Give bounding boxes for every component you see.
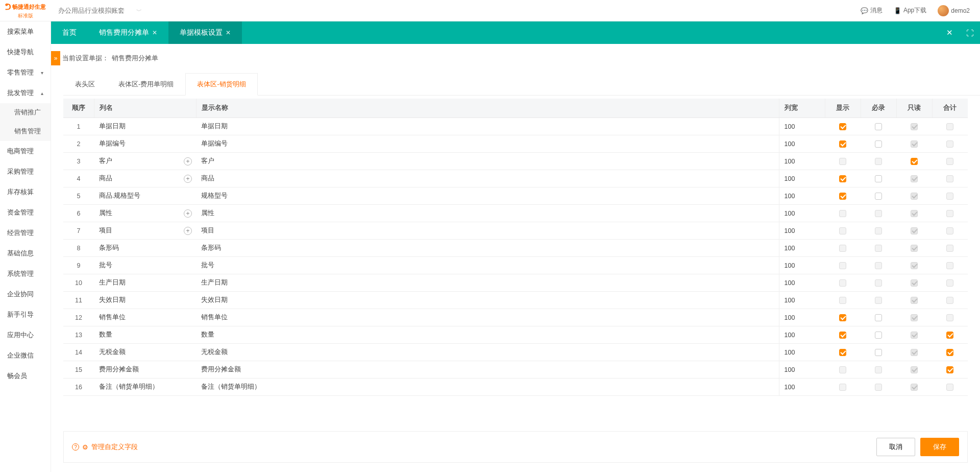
cell-display-name[interactable]: 规格型号 <box>196 187 779 205</box>
sidebar-item[interactable]: 搜索菜单 <box>0 21 51 42</box>
cell-width[interactable]: 100 <box>779 257 825 274</box>
cell-display-name[interactable]: 生产日期 <box>196 274 779 292</box>
org-selector[interactable]: 办公用品行业模拟账套﹀ <box>58 6 142 15</box>
checkbox[interactable] <box>839 123 846 130</box>
cell-show <box>825 309 861 326</box>
checkbox[interactable] <box>875 193 882 200</box>
cell-index: 1 <box>63 118 94 135</box>
cell-width[interactable]: 100 <box>779 153 825 170</box>
sidebar-item[interactable]: 电商管理 <box>0 141 51 161</box>
cell-width[interactable]: 100 <box>779 187 825 205</box>
checkbox[interactable] <box>875 123 882 130</box>
expand-button[interactable]: + <box>184 227 192 235</box>
cell-width[interactable]: 100 <box>779 292 825 309</box>
cell-display-name[interactable]: 备注（销货单明细） <box>196 379 779 396</box>
cell-display-name[interactable]: 销售单位 <box>196 309 779 326</box>
fullscreen-button[interactable]: ⛶ <box>960 21 980 44</box>
tab[interactable]: 首页 <box>51 21 88 44</box>
sidebar-subitem[interactable]: 销售管理 <box>0 122 51 141</box>
checkbox[interactable] <box>839 349 846 356</box>
cell-width[interactable]: 100 <box>779 222 825 240</box>
checkbox[interactable] <box>875 175 882 182</box>
cell-display-name[interactable]: 项目 <box>196 222 779 240</box>
sidebar-item[interactable]: 零售管理▾ <box>0 62 51 83</box>
cancel-button[interactable]: 取消 <box>876 438 915 456</box>
cell-display-name[interactable]: 商品 <box>196 170 779 187</box>
tab-close-icon[interactable]: ✕ <box>226 29 231 36</box>
cell-width[interactable]: 100 <box>779 379 825 396</box>
cell-sum <box>932 222 968 240</box>
top-actions: 💬消息 📱App下载 demo2 <box>861 5 970 16</box>
cell-display-name[interactable]: 条形码 <box>196 240 779 257</box>
checkbox[interactable] <box>839 332 846 339</box>
sidebar-item[interactable]: 企业微信 <box>0 345 51 366</box>
expand-button[interactable]: + <box>184 157 192 166</box>
cell-width[interactable]: 100 <box>779 170 825 187</box>
cell-readonly <box>896 274 932 292</box>
cell-display-name[interactable]: 无税金额 <box>196 344 779 361</box>
panel-toggle-button[interactable]: » <box>51 51 60 65</box>
cell-display-name[interactable]: 费用分摊金额 <box>196 361 779 379</box>
save-button[interactable]: 保存 <box>920 438 959 456</box>
custom-fields-link[interactable]: ? ⚙ 管理自定义字段 <box>72 443 138 452</box>
sidebar: 搜索菜单快捷导航零售管理▾批发管理▴营销推广销售管理电商管理采购管理库存核算资金… <box>0 21 51 472</box>
sidebar-item[interactable]: 经营管理 <box>0 223 51 243</box>
checkbox[interactable] <box>946 349 953 356</box>
close-all-tabs-button[interactable]: ✕ <box>939 21 960 44</box>
sidebar-subitem[interactable]: 营销推广 <box>0 103 51 122</box>
sidebar-item[interactable]: 系统管理 <box>0 264 51 284</box>
expand-button[interactable]: + <box>184 209 192 218</box>
cell-display-name[interactable]: 单据编号 <box>196 135 779 153</box>
checkbox[interactable] <box>839 314 846 321</box>
cell-show <box>825 170 861 187</box>
cell-width[interactable]: 100 <box>779 240 825 257</box>
cell-width[interactable]: 100 <box>779 326 825 344</box>
sidebar-item-label: 经营管理 <box>7 228 34 238</box>
checkbox[interactable] <box>839 175 846 182</box>
cell-name: 商品.规格型号 <box>94 187 196 205</box>
cell-display-name[interactable]: 批号 <box>196 257 779 274</box>
sidebar-item[interactable]: 批发管理▴ <box>0 83 51 103</box>
app-download-button[interactable]: 📱App下载 <box>894 6 926 15</box>
messages-button[interactable]: 💬消息 <box>861 6 883 15</box>
sidebar-item[interactable]: 企业协同 <box>0 284 51 304</box>
sidebar-item[interactable]: 快捷导航 <box>0 42 51 62</box>
sidebar-item[interactable]: 库存核算 <box>0 182 51 202</box>
cell-display-name[interactable]: 属性 <box>196 205 779 222</box>
checkbox[interactable] <box>946 366 953 373</box>
tab[interactable]: 销售费用分摊单✕ <box>88 21 168 44</box>
checkbox[interactable] <box>875 314 882 321</box>
subtab[interactable]: 表体区-费用单明细 <box>107 73 185 96</box>
checkbox[interactable] <box>911 158 918 165</box>
checkbox[interactable] <box>839 140 846 148</box>
cell-width[interactable]: 100 <box>779 344 825 361</box>
tab-close-icon[interactable]: ✕ <box>152 29 157 36</box>
cell-width[interactable]: 100 <box>779 118 825 135</box>
checkbox[interactable] <box>875 140 882 148</box>
cell-width[interactable]: 100 <box>779 361 825 379</box>
sidebar-item[interactable]: 资金管理 <box>0 202 51 223</box>
tab[interactable]: 单据模板设置✕ <box>168 21 242 44</box>
cell-display-name[interactable]: 数量 <box>196 326 779 344</box>
sidebar-item[interactable]: 应用中心 <box>0 325 51 345</box>
cell-display-name[interactable]: 单据日期 <box>196 118 779 135</box>
sidebar-item[interactable]: 采购管理 <box>0 161 51 182</box>
user-menu[interactable]: demo2 <box>938 5 970 16</box>
checkbox[interactable] <box>946 332 953 339</box>
sidebar-item[interactable]: 新手引导 <box>0 304 51 325</box>
sidebar-item[interactable]: 基础信息 <box>0 243 51 264</box>
checkbox[interactable] <box>875 332 882 339</box>
checkbox[interactable] <box>875 349 882 356</box>
phone-icon: 📱 <box>894 7 901 14</box>
cell-display-name[interactable]: 客户 <box>196 153 779 170</box>
expand-button[interactable]: + <box>184 175 192 183</box>
cell-width[interactable]: 100 <box>779 205 825 222</box>
checkbox[interactable] <box>839 193 846 200</box>
cell-display-name[interactable]: 失效日期 <box>196 292 779 309</box>
subtab[interactable]: 表体区-销货明细 <box>185 73 257 96</box>
cell-width[interactable]: 100 <box>779 135 825 153</box>
cell-width[interactable]: 100 <box>779 274 825 292</box>
subtab[interactable]: 表头区 <box>63 73 107 96</box>
cell-width[interactable]: 100 <box>779 309 825 326</box>
sidebar-item[interactable]: 畅会员 <box>0 366 51 386</box>
